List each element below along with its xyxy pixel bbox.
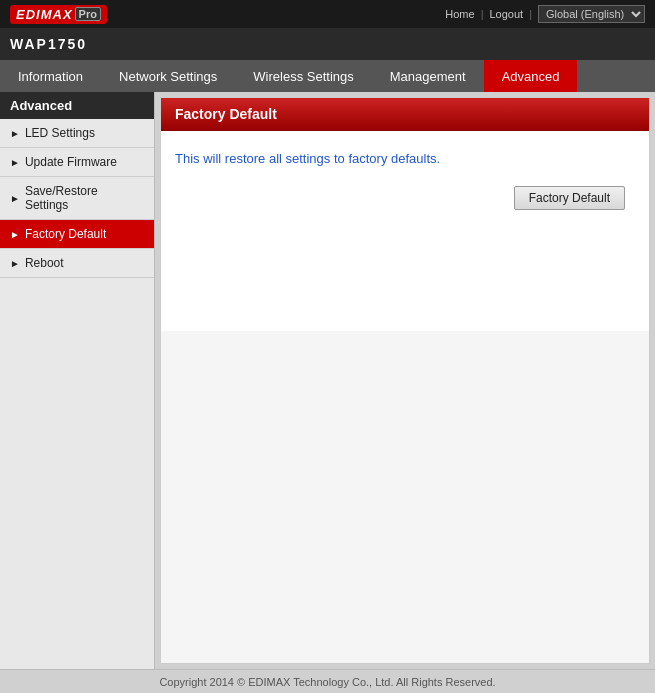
top-links: Home | Logout | Global (English) bbox=[445, 5, 645, 23]
arrow-icon: ► bbox=[10, 193, 20, 204]
footer-text: Copyright 2014 © EDIMAX Technology Co., … bbox=[159, 676, 495, 688]
sidebar: Advanced ► LED Settings ► Update Firmwar… bbox=[0, 92, 155, 669]
nav-item-management[interactable]: Management bbox=[372, 60, 484, 92]
device-name: WAP1750 bbox=[10, 36, 87, 52]
main-layout: Advanced ► LED Settings ► Update Firmwar… bbox=[0, 92, 655, 669]
logo: EDIMAX Pro bbox=[10, 5, 107, 24]
logo-pro: Pro bbox=[75, 7, 101, 21]
nav-item-advanced[interactable]: Advanced bbox=[484, 60, 578, 92]
sidebar-item-reboot-label: Reboot bbox=[25, 256, 64, 270]
sidebar-item-led-settings[interactable]: ► LED Settings bbox=[0, 119, 154, 148]
nav-bar: Information Network Settings Wireless Se… bbox=[0, 60, 655, 92]
sidebar-item-save-restore-label: Save/Restore Settings bbox=[25, 184, 144, 212]
sidebar-item-led-settings-label: LED Settings bbox=[25, 126, 95, 140]
sidebar-item-update-firmware-label: Update Firmware bbox=[25, 155, 117, 169]
sidebar-item-reboot[interactable]: ► Reboot bbox=[0, 249, 154, 278]
arrow-icon: ► bbox=[10, 157, 20, 168]
sidebar-header: Advanced bbox=[0, 92, 154, 119]
arrow-icon: ► bbox=[10, 258, 20, 269]
factory-default-button[interactable]: Factory Default bbox=[514, 186, 625, 210]
arrow-icon: ► bbox=[10, 229, 20, 240]
nav-item-network-settings[interactable]: Network Settings bbox=[101, 60, 235, 92]
sidebar-item-update-firmware[interactable]: ► Update Firmware bbox=[0, 148, 154, 177]
footer: Copyright 2014 © EDIMAX Technology Co., … bbox=[0, 669, 655, 693]
sep1: | bbox=[481, 8, 484, 20]
home-link[interactable]: Home bbox=[445, 8, 474, 20]
sidebar-item-factory-default-label: Factory Default bbox=[25, 227, 106, 241]
sep2: | bbox=[529, 8, 532, 20]
top-bar: EDIMAX Pro Home | Logout | Global (Engli… bbox=[0, 0, 655, 28]
sidebar-item-save-restore-settings[interactable]: ► Save/Restore Settings bbox=[0, 177, 154, 220]
logout-link[interactable]: Logout bbox=[489, 8, 523, 20]
arrow-icon: ► bbox=[10, 128, 20, 139]
factory-default-btn-area: Factory Default bbox=[175, 186, 635, 210]
logo-edimax: EDIMAX bbox=[16, 7, 73, 22]
content-panel: Factory Default This will restore all se… bbox=[160, 97, 650, 664]
language-select[interactable]: Global (English) bbox=[538, 5, 645, 23]
sidebar-item-factory-default[interactable]: ► Factory Default bbox=[0, 220, 154, 249]
content-header: Factory Default bbox=[161, 98, 649, 131]
nav-item-wireless-settings[interactable]: Wireless Settings bbox=[235, 60, 371, 92]
logo-area: EDIMAX Pro bbox=[10, 5, 107, 24]
content-body: This will restore all settings to factor… bbox=[161, 131, 649, 331]
info-text: This will restore all settings to factor… bbox=[175, 151, 635, 166]
nav-item-information[interactable]: Information bbox=[0, 60, 101, 92]
device-bar: WAP1750 bbox=[0, 28, 655, 60]
